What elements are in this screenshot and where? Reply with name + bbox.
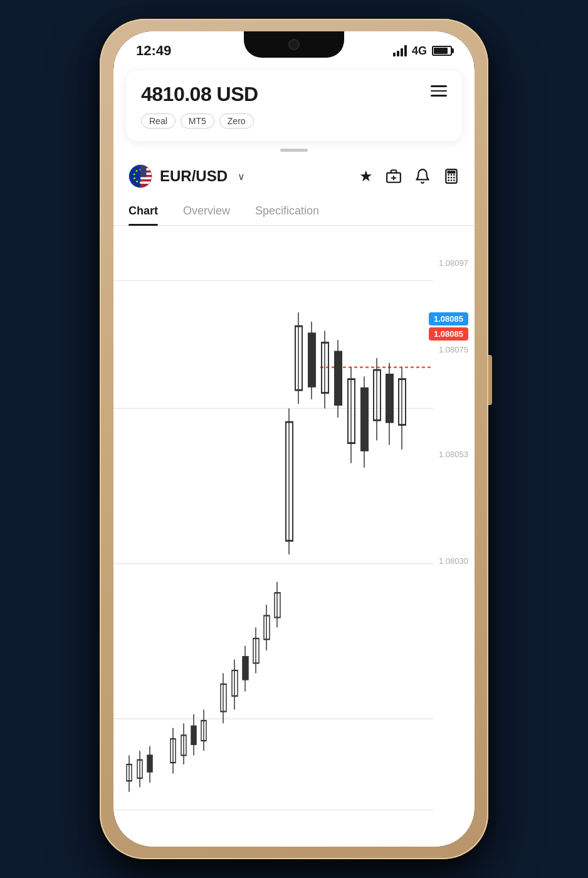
instrument-header: EUR/USD ∨ ★ xyxy=(113,158,475,197)
svg-point-33 xyxy=(448,174,449,176)
svg-rect-91 xyxy=(386,374,393,422)
svg-rect-77 xyxy=(308,334,315,386)
tab-overview[interactable]: Overview xyxy=(183,197,230,225)
account-left: 4810.08 USD Real MT5 Zero xyxy=(141,83,258,129)
svg-point-9 xyxy=(134,174,135,176)
status-time: 12:49 xyxy=(136,43,171,59)
svg-rect-81 xyxy=(335,352,342,405)
battery-fill xyxy=(434,48,448,54)
battery-icon xyxy=(432,46,452,56)
phone-screen: 12:49 4G 4810.08 USD xyxy=(113,31,475,847)
tag-real[interactable]: Real xyxy=(141,114,176,129)
price-label-bottom: 1.08030 xyxy=(439,555,468,566)
chart-area[interactable]: 1.08097 1.08075 1.08053 1.08030 1.08085 … xyxy=(113,226,475,847)
bid-price-badge: 1.08085 xyxy=(429,312,468,325)
svg-point-39 xyxy=(448,179,449,181)
price-label-3: 1.08053 xyxy=(439,448,468,460)
chevron-down-icon: ∨ xyxy=(238,171,245,182)
menu-button[interactable] xyxy=(431,83,447,97)
favorite-icon[interactable]: ★ xyxy=(359,167,373,185)
svg-rect-59 xyxy=(191,726,196,744)
svg-point-41 xyxy=(453,179,455,181)
menu-line-3 xyxy=(431,95,447,97)
alert-icon[interactable] xyxy=(414,168,431,184)
camera xyxy=(288,39,300,50)
network-label: 4G xyxy=(412,45,427,58)
signal-bar-2 xyxy=(397,51,399,56)
chart-svg xyxy=(113,226,475,847)
svg-rect-16 xyxy=(140,181,152,184)
instrument-name: EUR/USD xyxy=(160,167,228,185)
svg-rect-32 xyxy=(448,171,456,173)
svg-point-7 xyxy=(136,181,138,182)
svg-rect-15 xyxy=(140,177,152,179)
svg-rect-53 xyxy=(147,755,152,771)
svg-rect-87 xyxy=(361,388,368,450)
svg-point-8 xyxy=(134,177,135,179)
account-balance: 4810.08 USD xyxy=(141,83,258,106)
tag-mt5[interactable]: MT5 xyxy=(181,114,214,129)
signal-bar-1 xyxy=(393,53,396,56)
svg-point-36 xyxy=(448,177,449,179)
svg-rect-67 xyxy=(243,657,248,679)
signal-bar-4 xyxy=(404,45,407,56)
tab-chart[interactable]: Chart xyxy=(129,197,158,225)
instrument-left[interactable]: EUR/USD ∨ xyxy=(129,164,245,188)
account-card: 4810.08 USD Real MT5 Zero xyxy=(126,70,462,141)
svg-point-10 xyxy=(136,170,138,172)
drag-handle xyxy=(280,149,308,152)
notch xyxy=(244,31,344,58)
tag-zero[interactable]: Zero xyxy=(219,114,254,129)
svg-point-34 xyxy=(451,174,453,176)
svg-point-37 xyxy=(451,177,453,179)
side-button xyxy=(488,355,492,405)
signal-bars xyxy=(393,45,407,56)
status-right: 4G xyxy=(393,45,452,58)
svg-rect-17 xyxy=(140,165,146,177)
calculator-icon[interactable] xyxy=(443,168,459,184)
tab-specification[interactable]: Specification xyxy=(255,197,319,225)
svg-point-40 xyxy=(451,179,453,181)
svg-point-38 xyxy=(453,177,455,179)
account-tags: Real MT5 Zero xyxy=(141,114,258,129)
menu-line-1 xyxy=(431,85,447,87)
price-label-2: 1.08075 xyxy=(439,344,468,355)
price-label-top: 1.08097 xyxy=(439,257,468,268)
signal-bar-3 xyxy=(401,48,403,56)
svg-point-35 xyxy=(453,174,455,176)
instrument-actions: ★ xyxy=(359,167,459,185)
menu-line-2 xyxy=(431,90,447,92)
currency-flag xyxy=(129,164,152,188)
tabs: Chart Overview Specification xyxy=(113,197,475,226)
portfolio-icon[interactable] xyxy=(386,168,402,184)
phone-frame: 12:49 4G 4810.08 USD xyxy=(100,19,488,859)
phone-inner: 12:49 4G 4810.08 USD xyxy=(113,31,475,847)
ask-price-badge: 1.08085 xyxy=(429,327,468,341)
